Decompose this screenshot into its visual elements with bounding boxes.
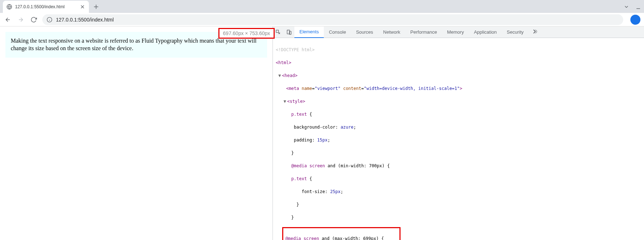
browser-tab-bar: 127.0.0.1:5500/index.html: [0, 0, 644, 13]
tab-security[interactable]: Security: [502, 27, 529, 38]
doctype-line: <!DOCTYPE html>: [276, 47, 314, 52]
page-viewport: 697.60px × 753.60px Making the text resp…: [0, 27, 273, 240]
address-bar[interactable]: 127.0.0.1:5500/index.html: [42, 14, 623, 25]
tab-application[interactable]: Application: [469, 27, 502, 38]
close-icon[interactable]: [80, 4, 85, 10]
new-tab-button[interactable]: [91, 2, 101, 12]
back-button[interactable]: [4, 15, 12, 24]
tab-network[interactable]: Network: [378, 27, 406, 38]
tab-memory[interactable]: Memory: [442, 27, 469, 38]
url-text: 127.0.0.1:5500/index.html: [56, 17, 114, 23]
reload-button[interactable]: [29, 15, 38, 24]
dimension-badge: 697.60px × 753.60px: [218, 28, 275, 39]
devtools-panel: Elements Console Sources Network Perform…: [273, 27, 644, 240]
device-toggle-icon[interactable]: [284, 27, 294, 38]
avatar[interactable]: [630, 15, 640, 25]
window-controls: [624, 4, 640, 13]
tab-sources[interactable]: Sources: [351, 27, 378, 38]
globe-icon: [6, 4, 12, 10]
devtools-header: Elements Console Sources Network Perform…: [273, 27, 644, 38]
tab-console[interactable]: Console: [324, 27, 351, 38]
tab-title: 127.0.0.1:5500/index.html: [15, 4, 77, 9]
devtools-tabs: Elements Console Sources Network Perform…: [294, 27, 529, 38]
svg-rect-12: [276, 30, 279, 33]
highlighted-media-query: @media screen and (max-width: 699px) { p…: [282, 227, 401, 240]
elements-tree[interactable]: <!DOCTYPE html> <html> ▼<head> <meta nam…: [273, 38, 644, 240]
tab-performance[interactable]: Performance: [405, 27, 442, 38]
minimize-icon[interactable]: [636, 4, 640, 11]
main-area: 697.60px × 753.60px Making the text resp…: [0, 27, 644, 240]
browser-toolbar: 127.0.0.1:5500/index.html: [0, 13, 644, 27]
browser-tab[interactable]: 127.0.0.1:5500/index.html: [3, 1, 89, 13]
info-icon[interactable]: [47, 17, 52, 23]
tab-elements[interactable]: Elements: [294, 27, 324, 38]
tab-dropdown-icon[interactable]: [624, 4, 629, 11]
more-tabs-icon[interactable]: [529, 29, 541, 35]
forward-button[interactable]: [16, 15, 25, 24]
